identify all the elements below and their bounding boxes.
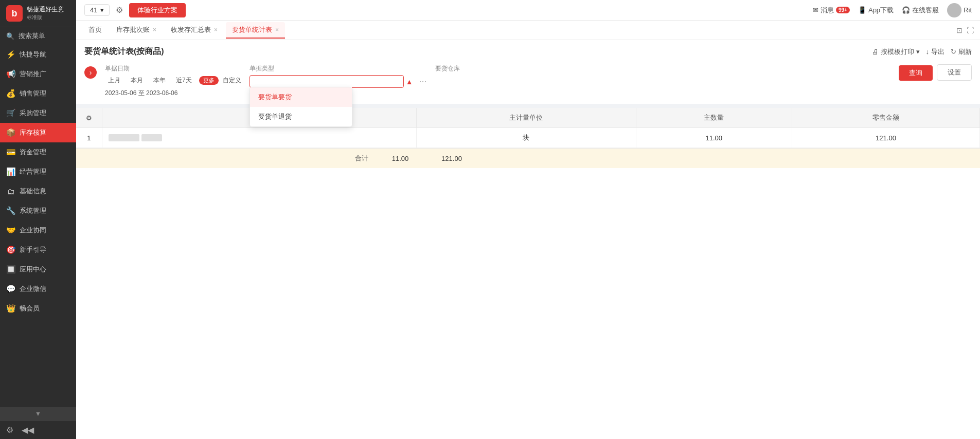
print-button[interactable]: 🖨 按模板打印 ▾: [872, 47, 920, 57]
tab-order-stats[interactable]: 要货单统计表 ×: [226, 22, 285, 39]
type-filter-input[interactable]: [250, 75, 404, 88]
sidebar-item-label: 企业微信: [20, 284, 46, 294]
page-header: 要货单统计表(按商品) 🖨 按模板打印 ▾ ↓ 导出 ↻ 刷新: [76, 40, 980, 60]
user-profile[interactable]: Rit: [947, 3, 972, 17]
type-filter-group: 单据类型 ▲ ···: [250, 64, 427, 88]
sidebar-item-basic[interactable]: 🗂 基础信息: [0, 181, 76, 201]
marketing-icon: 📢: [6, 69, 15, 79]
sidebar-bottom: ⚙ ◀◀: [0, 420, 76, 439]
app-brand: 畅捷通好生意 标准版: [27, 6, 64, 21]
sidebar-item-label: 基础信息: [20, 187, 46, 196]
more-dates-btn[interactable]: 更多: [199, 76, 219, 85]
trial-button[interactable]: 体验行业方案: [129, 3, 186, 17]
sidebar-item-marketing[interactable]: 📢 营销推广: [0, 64, 76, 84]
sidebar-item-operation[interactable]: 📊 经营管理: [0, 162, 76, 181]
page-actions: 🖨 按模板打印 ▾ ↓ 导出 ↻ 刷新: [872, 47, 972, 57]
row-quantity: 11.00: [636, 128, 792, 148]
sidebar-item-sales[interactable]: 💰 销售管理: [0, 84, 76, 103]
custom-date-btn[interactable]: 自定义: [223, 76, 241, 85]
refresh-button[interactable]: ↻ 刷新: [951, 47, 972, 57]
tab-close-icon[interactable]: ×: [214, 26, 218, 33]
this-month-btn[interactable]: 本月: [128, 75, 146, 86]
main-content: 41 ▾ ⚙ 体验行业方案 ✉ 消息 99+ 📱 App下载 🎧 在线客服 R: [76, 0, 980, 439]
enterprise-icon: 🤝: [6, 226, 15, 235]
date-quick-buttons: 上月 本月 本年 近7天 更多 自定义: [105, 75, 241, 86]
phone-icon: 📱: [858, 6, 866, 14]
app-download-label: App下载: [868, 6, 894, 15]
sidebar-search[interactable]: 🔍 搜索菜单: [0, 27, 76, 45]
sidebar-item-enterprise[interactable]: 🤝 企业协同: [0, 221, 76, 240]
online-service-action[interactable]: 🎧 在线客服: [902, 6, 939, 15]
dropdown-item-order-return[interactable]: 要货单退货: [250, 107, 352, 126]
sidebar-item-label: 企业协同: [20, 226, 46, 235]
date-filter-label: 单据日期: [105, 64, 241, 73]
member-icon: 👑: [6, 304, 15, 313]
sidebar-item-wechat[interactable]: 💬 企业微信: [0, 279, 76, 299]
export-button[interactable]: ↓ 导出: [926, 47, 945, 57]
app-download-action[interactable]: 📱 App下载: [858, 6, 894, 15]
type-chevron-up-icon[interactable]: ▲: [406, 78, 413, 86]
print-label: 按模板打印: [881, 47, 914, 57]
amount-col-header: 零售金额: [792, 108, 979, 128]
search-icon: 🔍: [6, 32, 14, 40]
this-year-btn[interactable]: 本年: [150, 75, 169, 86]
sidebar-scroll-down[interactable]: ▼: [0, 409, 76, 418]
tab-window-btn[interactable]: ⊡: [956, 26, 963, 34]
product-placeholder-2: [141, 134, 162, 141]
tab-fullscreen-btn[interactable]: ⛶: [967, 26, 974, 34]
tab-close-icon[interactable]: ×: [153, 26, 156, 33]
sidebar-item-purchase[interactable]: 🛒 采购管理: [0, 103, 76, 123]
tab-close-icon[interactable]: ×: [275, 26, 279, 33]
sidebar-item-quick-nav[interactable]: ⚡ 快捷导航: [0, 45, 76, 64]
warehouse-filter-label: 要货仓库: [435, 64, 460, 73]
online-service-label: 在线客服: [912, 6, 939, 15]
message-action[interactable]: ✉ 消息 99+: [813, 6, 850, 15]
sidebar-item-system[interactable]: 🔧 系统管理: [0, 201, 76, 221]
filter-more-icon[interactable]: ···: [419, 76, 427, 87]
query-button[interactable]: 查询: [899, 65, 933, 81]
brand-sub: 标准版: [27, 14, 64, 21]
filter-expand-button[interactable]: ›: [84, 66, 97, 79]
tab-expand-actions: ⊡ ⛶: [956, 26, 974, 34]
sales-icon: 💰: [6, 89, 15, 98]
data-table: ⚙ 商品 主计量单位 主数量 零售金额 1: [76, 108, 980, 148]
sidebar-item-inventory[interactable]: 📦 库存核算: [0, 123, 76, 142]
sidebar-item-guide[interactable]: 🎯 新手引导: [0, 240, 76, 260]
product-placeholder-1: [109, 134, 139, 141]
total-row: 合计 11.00 121.00: [76, 148, 980, 168]
tab-receipt-summary[interactable]: 收发存汇总表 ×: [165, 22, 224, 39]
refresh-label: 刷新: [958, 47, 972, 57]
collapse-icon[interactable]: ◀◀: [22, 425, 34, 435]
settings-col-header[interactable]: ⚙: [76, 108, 102, 128]
sidebar-nav: ⚡ 快捷导航 📢 营销推广 💰 销售管理 🛒 采购管理 📦 库存核算 💳 资金管…: [0, 45, 76, 407]
filter-settings-button[interactable]: 设置: [937, 64, 972, 81]
row-index: 1: [76, 128, 102, 148]
gear-button[interactable]: ⚙: [116, 5, 123, 15]
product-cell: [109, 134, 410, 141]
dropdown-item-order-goods[interactable]: 要货单要货: [250, 87, 352, 107]
message-label: 消息: [821, 6, 834, 15]
settings-icon[interactable]: ⚙: [6, 425, 13, 435]
sidebar-item-finance[interactable]: 💳 资金管理: [0, 142, 76, 162]
tab-home[interactable]: 首页: [82, 22, 108, 39]
basic-icon: 🗂: [6, 187, 15, 196]
top-header: 41 ▾ ⚙ 体验行业方案 ✉ 消息 99+ 📱 App下载 🎧 在线客服 R: [76, 0, 980, 21]
filter-action-buttons: 查询 设置: [899, 64, 972, 81]
page-content: 要货单统计表(按商品) 🖨 按模板打印 ▾ ↓ 导出 ↻ 刷新 ›: [76, 40, 980, 439]
last-7-days-btn[interactable]: 近7天: [173, 75, 195, 86]
sidebar-item-appstore[interactable]: 🔲 应用中心: [0, 260, 76, 279]
search-label: 搜索菜单: [19, 31, 45, 41]
sidebar: b 畅捷通好生意 标准版 🔍 搜索菜单 ⚡ 快捷导航 📢 营销推广 💰 销售管理…: [0, 0, 76, 439]
sidebar-item-label: 资金管理: [20, 148, 46, 157]
company-selector[interactable]: 41 ▾: [84, 4, 110, 16]
total-amount: 121.00: [426, 155, 477, 162]
quantity-col-header: 主数量: [636, 108, 792, 128]
sidebar-item-member[interactable]: 👑 畅会员: [0, 299, 76, 318]
warehouse-filter-group: 要货仓库: [435, 64, 460, 90]
tab-inventory-batch[interactable]: 库存批次账 ×: [110, 22, 163, 39]
guide-icon: 🎯: [6, 245, 15, 254]
last-month-btn[interactable]: 上月: [105, 75, 123, 86]
sidebar-item-label: 库存核算: [20, 128, 46, 137]
sidebar-item-label: 系统管理: [20, 206, 46, 215]
total-label: 合计: [76, 154, 375, 163]
